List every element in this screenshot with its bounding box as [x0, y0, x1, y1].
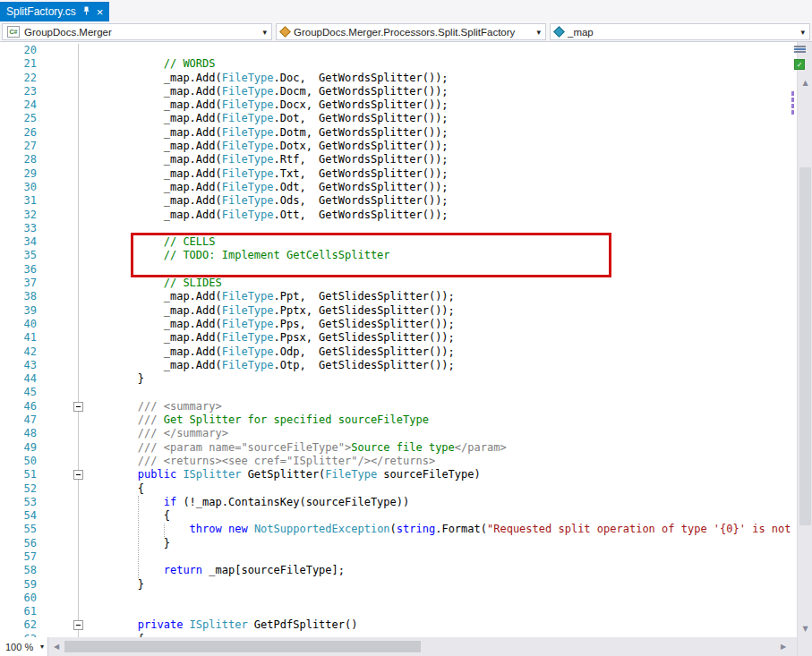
fold-margin[interactable]: [72, 44, 86, 637]
zoom-control[interactable]: 100 % ▾: [0, 637, 48, 656]
code-line[interactable]: {: [86, 482, 797, 496]
code-line[interactable]: {: [86, 509, 797, 523]
scroll-right-icon[interactable]: ▶: [777, 637, 790, 656]
code-line[interactable]: [86, 550, 797, 564]
selection-margin[interactable]: [41, 44, 72, 637]
code-line[interactable]: // CELLS: [86, 235, 797, 249]
project-dropdown[interactable]: C# GroupDocs.Merger ▾: [2, 23, 272, 40]
code-line[interactable]: _map.Add(FileType.Dot, GetWordsSplitter(…: [86, 112, 797, 125]
horizontal-scrollbar-thumb[interactable]: [64, 641, 421, 652]
code-line[interactable]: }: [86, 372, 797, 386]
code-line[interactable]: _map.Add(FileType.Docx, GetWordsSplitter…: [86, 98, 797, 112]
code-line[interactable]: _map.Add(FileType.Ods, GetWordsSplitter(…: [86, 194, 797, 208]
code-line[interactable]: }: [86, 578, 797, 592]
change-marker[interactable]: [791, 110, 794, 115]
code-line[interactable]: _map.Add(FileType.Odt, GetWordsSplitter(…: [86, 181, 797, 194]
code-line[interactable]: /// </summary>: [86, 427, 797, 440]
code-line[interactable]: [86, 386, 797, 399]
code-line[interactable]: // SLIDES: [86, 277, 797, 290]
code-area[interactable]: // WORDS _map.Add(FileType.Doc, GetWords…: [86, 44, 797, 637]
split-editor-handle[interactable]: [793, 45, 807, 55]
chevron-down-icon: ▾: [262, 28, 267, 37]
document-tab-splitfactory[interactable]: SplitFactory.cs ×: [0, 2, 109, 21]
line-number: 55: [0, 523, 41, 536]
code-line[interactable]: _map.Add(FileType.Docm, GetWordsSplitter…: [86, 85, 797, 98]
fold-margin-row: [72, 153, 86, 166]
code-line[interactable]: }: [86, 537, 797, 550]
class-icon: [279, 26, 291, 38]
fold-margin-row: [72, 98, 86, 112]
change-marker[interactable]: [791, 91, 794, 96]
fold-margin-row: [72, 592, 86, 605]
change-marker[interactable]: [791, 104, 794, 108]
pin-icon[interactable]: [82, 5, 90, 18]
code-line[interactable]: [86, 263, 797, 277]
line-number: 58: [0, 564, 41, 577]
code-editor[interactable]: 2021222324252627282930313233343536373839…: [0, 42, 797, 637]
code-line[interactable]: _map.Add(FileType.Txt, GetWordsSplitter(…: [86, 167, 797, 181]
code-line[interactable]: [86, 222, 797, 235]
scroll-down-icon[interactable]: ▼: [798, 623, 812, 635]
type-dropdown[interactable]: GroupDocs.Merger.Processors.Split.SplitF…: [276, 23, 546, 40]
line-number: 46: [0, 400, 41, 413]
code-line[interactable]: _map.Add(FileType.Dotm, GetWordsSplitter…: [86, 126, 797, 140]
line-number: 20: [0, 44, 41, 57]
code-line[interactable]: /// <returns><see cref="ISplitter"/></re…: [86, 455, 797, 468]
line-number: 37: [0, 277, 41, 290]
line-number: 49: [0, 441, 41, 455]
code-line[interactable]: /// <param name="sourceFileType">Source …: [86, 441, 797, 455]
fold-margin-row: [72, 126, 86, 140]
scrollbar-change-markers[interactable]: [791, 91, 795, 116]
fold-margin-row: [72, 372, 86, 386]
code-line[interactable]: // WORDS: [86, 57, 797, 71]
member-dropdown-label: _map: [568, 27, 594, 38]
vertical-scrollbar-thumb[interactable]: [799, 167, 811, 525]
code-line[interactable]: /// <summary>: [86, 400, 797, 413]
line-number: 52: [0, 482, 41, 496]
zoom-level: 100 %: [5, 642, 33, 652]
member-dropdown[interactable]: _map ▾: [550, 23, 810, 40]
fold-margin-row: [72, 386, 86, 399]
change-marker[interactable]: [791, 98, 794, 102]
fold-margin-row: [72, 85, 86, 98]
fold-margin-row: [72, 140, 86, 153]
code-line[interactable]: /// Get Splitter for specified sourceFil…: [86, 413, 797, 427]
code-line[interactable]: return _map[sourceFileType];: [86, 564, 797, 577]
code-line[interactable]: [86, 592, 797, 605]
collapse-region-button[interactable]: [73, 470, 83, 480]
code-line[interactable]: _map.Add(FileType.Ppt, GetSlidesSplitter…: [86, 290, 797, 303]
indent-guide: [164, 524, 165, 537]
line-number: 47: [0, 413, 41, 427]
code-line[interactable]: throw new NotSupportedException(string.F…: [86, 523, 797, 536]
fold-margin-row: [72, 209, 86, 222]
code-line[interactable]: // TODO: Implement GetCellsSplitter: [86, 249, 797, 262]
line-number: 24: [0, 98, 41, 112]
code-line[interactable]: if (!_map.ContainsKey(sourceFileType)): [86, 496, 797, 509]
code-line[interactable]: _map.Add(FileType.Doc, GetWordsSplitter(…: [86, 72, 797, 85]
collapse-region-button[interactable]: [73, 402, 83, 412]
scroll-up-icon[interactable]: ▲: [798, 77, 812, 89]
code-line[interactable]: _map.Add(FileType.Rtf, GetWordsSplitter(…: [86, 153, 797, 166]
line-number: 60: [0, 592, 41, 605]
code-line[interactable]: public ISplitter GetSplitter(FileType so…: [86, 468, 797, 481]
code-line[interactable]: [86, 44, 797, 57]
line-number: 43: [0, 359, 41, 372]
close-icon[interactable]: ×: [97, 6, 104, 18]
code-line[interactable]: _map.Add(FileType.Otp, GetSlidesSplitter…: [86, 359, 797, 372]
file-health-indicator[interactable]: ✓: [794, 59, 805, 70]
code-line[interactable]: [86, 605, 797, 618]
chevron-down-icon: ▾: [800, 28, 805, 37]
code-line[interactable]: _map.Add(FileType.Pptx, GetSlidesSplitte…: [86, 304, 797, 318]
code-line[interactable]: _map.Add(FileType.Dotx, GetWordsSplitter…: [86, 140, 797, 153]
code-line[interactable]: _map.Add(FileType.Ott, GetWordsSplitter(…: [86, 209, 797, 222]
chevron-down-icon: ▾: [40, 643, 44, 651]
code-line[interactable]: _map.Add(FileType.Ppsx, GetSlidesSplitte…: [86, 331, 797, 345]
vertical-scrollbar[interactable]: ▲ ▼: [797, 42, 812, 637]
code-line[interactable]: _map.Add(FileType.Odp, GetSlidesSplitter…: [86, 345, 797, 359]
code-line[interactable]: _map.Add(FileType.Pps, GetSlidesSplitter…: [86, 318, 797, 331]
code-line[interactable]: private ISplitter GetPdfSplitter(): [86, 618, 797, 632]
fold-margin-row: [72, 235, 86, 249]
line-number: 32: [0, 209, 41, 222]
scroll-left-icon[interactable]: ◀: [50, 637, 63, 656]
collapse-region-button[interactable]: [73, 620, 83, 630]
